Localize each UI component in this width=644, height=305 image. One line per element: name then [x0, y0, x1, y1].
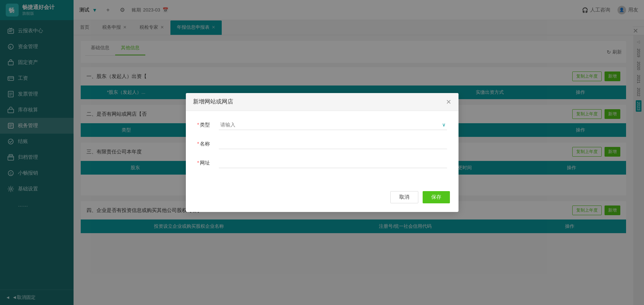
type-select-wrap[interactable]: ∨	[219, 120, 447, 130]
modal-footer: 取消 保存	[186, 185, 459, 212]
name-label: 名称	[197, 141, 219, 147]
modal-overlay[interactable]: 新增网站或网店 ✕ 类型 ∨ 名称 网址 取消	[0, 0, 644, 305]
form-item-name: 名称	[197, 139, 447, 149]
save-btn[interactable]: 保存	[423, 191, 450, 203]
form-item-type: 类型 ∨	[197, 120, 447, 130]
modal-body: 类型 ∨ 名称 网址	[186, 111, 459, 185]
cancel-btn[interactable]: 取消	[390, 191, 418, 203]
modal-close-btn[interactable]: ✕	[446, 99, 451, 105]
form-item-url: 网址	[197, 158, 447, 168]
modal-add-website: 新增网站或网店 ✕ 类型 ∨ 名称 网址 取消	[186, 93, 459, 212]
type-dropdown-icon: ∨	[441, 122, 447, 128]
modal-title: 新增网站或网店	[193, 98, 233, 106]
type-input[interactable]	[219, 120, 441, 130]
type-label: 类型	[197, 122, 219, 128]
name-input[interactable]	[219, 139, 447, 149]
modal-header: 新增网站或网店 ✕	[186, 93, 459, 111]
url-input[interactable]	[219, 158, 447, 168]
url-label: 网址	[197, 160, 219, 166]
